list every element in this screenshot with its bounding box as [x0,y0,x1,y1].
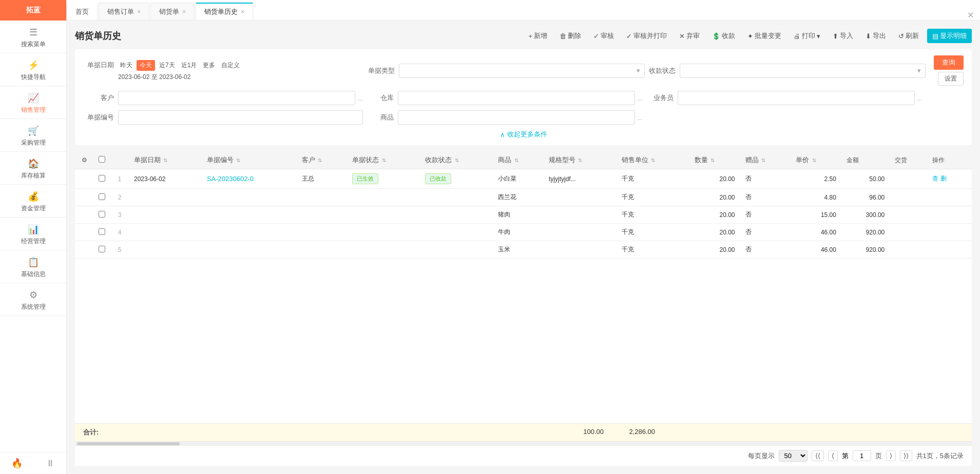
sidebar-item-system-mgmt[interactable]: ⚙ 系统管理 [0,283,66,316]
date-shortcut-more[interactable]: 更多 [201,60,217,71]
product-dots[interactable]: ... [637,114,643,122]
tab-sales-order[interactable]: 销售订单 × [99,3,149,20]
row-checkbox-1[interactable] [99,193,105,200]
query-button[interactable]: 查询 [934,55,964,70]
row-checkbox-2[interactable] [99,211,105,218]
batch-change-button[interactable]: ✦ 批量变更 [743,29,785,43]
date-shortcut-7days[interactable]: 近7天 [157,60,177,71]
tab-delivery-history[interactable]: 销货单历史 × [196,3,253,20]
col-sales-unit[interactable]: 销售单位 ⇅ [617,151,689,169]
collect-button[interactable]: 💲 收款 [708,29,739,43]
main-table: ⚙ 单据日期 ⇅ 单据编号 ⇅ [75,151,972,259]
show-details-button[interactable]: ▤ 显示明细 [927,29,972,43]
salesperson-dots[interactable]: ... [917,94,923,102]
action-btn-1-row-0[interactable]: 删 [940,175,947,182]
date-shortcut-today[interactable]: 今天 [137,60,155,71]
settings-button[interactable]: 设置 [938,72,964,86]
col-doc-status[interactable]: 单据状态 ⇅ [347,151,420,169]
row-checkbox-0[interactable] [99,175,105,182]
page-first-button[interactable]: ⟨⟨ [812,450,824,461]
col-unit-price[interactable]: 单价 ⇅ [791,151,841,169]
import-icon: ⬆ [833,32,838,40]
approve-button[interactable]: ✓ 审核 [589,29,618,43]
page-size-select[interactable]: 50 100 200 [779,450,808,462]
filter-payment-status-select[interactable]: ▾ [680,64,926,78]
sidebar-item-sales-mgmt[interactable]: 📈 销售管理 [0,86,66,119]
col-customer[interactable]: 客户 ⇅ [297,151,348,169]
filter-doc-number-input[interactable] [118,110,363,125]
action-btn-0-row-0[interactable]: 查 [932,175,938,182]
page-label: 页 [875,451,882,461]
import-button[interactable]: ⬆ 导入 [829,29,857,43]
summary-quantity: 100.00 [167,424,609,441]
sidebar-item-label: 销售管理 [21,106,46,114]
col-checkbox[interactable] [93,151,110,169]
sidebar-item-inventory[interactable]: 🏠 库存核算 [0,152,66,185]
filter-customer-input[interactable] [118,91,355,105]
sidebar-item-search-menu[interactable]: ☰ 搜索菜单 [0,21,66,53]
row-checkbox-3[interactable] [99,228,105,235]
batch-change-icon: ✦ [747,32,753,40]
sort-icon-payment-status: ⇅ [455,157,459,163]
date-shortcut-yesterday[interactable]: 昨天 [118,60,134,71]
cell-actions-1 [927,189,972,206]
scrollbar-thumb[interactable] [77,442,180,445]
collapse-button[interactable]: ∧ 收起更多条件 [83,130,964,139]
discard-button[interactable]: ✕ 弃审 [675,29,704,43]
print-button[interactable]: 🖨 打印 ▾ [790,29,824,43]
sidebar-item-label: 采购管理 [21,139,46,147]
print-icon: 🖨 [794,32,800,40]
filter-payment-status-label: 收款状态 [645,66,676,75]
tab-sales-order-close[interactable]: × [137,8,141,15]
tab-close-all[interactable]: ✕ [961,10,980,20]
tab-delivery-close[interactable]: × [182,8,186,15]
sidebar-item-label: 搜索菜单 [21,40,46,49]
tab-home[interactable]: 首页 [67,3,98,20]
approve-print-button[interactable]: ✓ 审核并打印 [622,29,671,43]
sidebar-item-quick-nav[interactable]: ⚡ 快捷导航 [0,53,66,86]
select-all-checkbox[interactable] [99,156,105,163]
col-product[interactable]: 商品 ⇅ [493,151,544,169]
warehouse-dots[interactable]: ... [637,94,643,102]
sidebar-item-purchase-mgmt[interactable]: 🛒 采购管理 [0,119,66,152]
page-next-button[interactable]: ⟩ [886,450,896,461]
filter-customer-group: 客户 ... [83,91,363,105]
cell-customer-2 [297,206,348,224]
filter-salesperson-input[interactable] [678,91,915,105]
col-quantity[interactable]: 数量 ⇅ [689,151,740,169]
date-shortcut-1month[interactable]: 近1月 [179,60,199,71]
tab-sales-order-label: 销售订单 [107,7,134,16]
cell-gift-4: 否 [740,241,791,259]
filter-doc-type-select[interactable]: ▾ [399,64,645,78]
col-doc-date[interactable]: 单据日期 ⇅ [129,151,202,169]
sidebar-item-basic-info[interactable]: 📋 基础信息 [0,250,66,283]
page-prev-button[interactable]: ⟨ [828,450,838,461]
col-spec[interactable]: 规格型号 ⇅ [544,151,617,169]
filter-warehouse-input[interactable] [398,91,635,105]
sidebar-item-finance[interactable]: 💰 资金管理 [0,185,66,218]
col-gift[interactable]: 赠品 ⇅ [740,151,791,169]
page-last-button[interactable]: ⟩⟩ [900,450,912,461]
cell-spec-3 [544,224,617,241]
doc-number-link-0[interactable]: SA-20230602-0 [207,175,254,183]
add-button[interactable]: + 新增 [524,29,551,43]
date-shortcut-custom[interactable]: 自定义 [219,60,242,71]
pause-icon[interactable]: ⏸ [46,458,55,469]
horizontal-scrollbar[interactable] [75,441,972,445]
delete-button[interactable]: 🗑 删除 [555,29,585,43]
col-doc-number[interactable]: 单据编号 ⇅ [202,151,297,169]
export-button[interactable]: ⬇ 导出 [861,29,890,43]
tab-delivery-history-close[interactable]: × [241,8,244,15]
cell-rownum-0: 1 [110,169,129,189]
fire-icon[interactable]: 🔥 [11,458,23,469]
col-settings[interactable]: ⚙ [75,151,93,169]
page-number-input[interactable] [853,450,871,461]
sidebar-item-operation[interactable]: 📊 经营管理 [0,218,66,250]
customer-dots[interactable]: ... [357,94,363,102]
cell-amount-3: 920.00 [841,224,890,241]
col-payment-status[interactable]: 收款状态 ⇅ [420,151,493,169]
refresh-button[interactable]: ↺ 刷新 [894,29,923,43]
tab-delivery[interactable]: 销货单 × [150,3,195,20]
row-checkbox-4[interactable] [99,246,105,252]
filter-product-input[interactable] [398,110,635,125]
